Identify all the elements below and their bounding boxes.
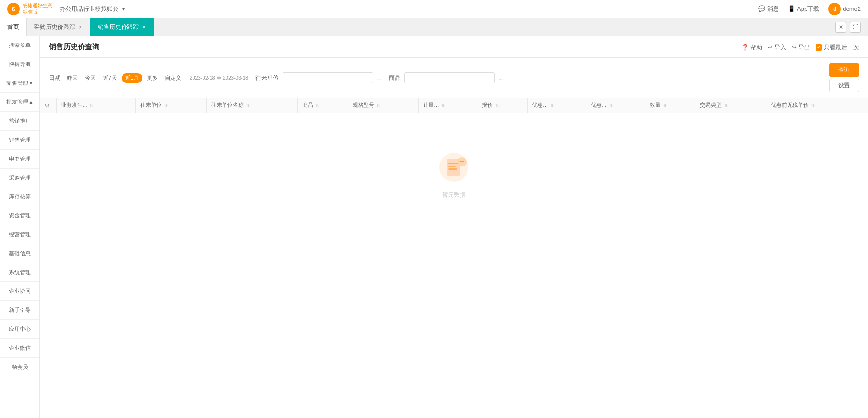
table-col-customer-name[interactable]: 往来单位名称 ⇅ [206, 98, 297, 113]
help-button[interactable]: ❓ 帮助 [741, 43, 762, 52]
tab-home-label: 首页 [7, 23, 19, 31]
app-icon: 📱 [788, 5, 795, 12]
sidebar-item-ecommerce[interactable]: 电商管理 [0, 150, 39, 169]
sidebar-item-wechat[interactable]: 企业微信 [0, 339, 39, 358]
sidebar-guide-label: 新手引导 [9, 307, 31, 313]
sidebar: 搜索菜单 快捷导航 零售管理 ▼ 批发管理 ▲ 营销推广 销售管理 电商管理 采… [0, 36, 40, 418]
logo-icon: 6 [7, 3, 20, 15]
tab-purchase-history[interactable]: 采购历史价跟踪 × [27, 18, 90, 36]
sidebar-item-basic-info[interactable]: 基础信息 [0, 244, 39, 263]
topbar-right: 💬 消息 📱 App下载 d demo2 [758, 3, 861, 15]
settings-button[interactable]: 设置 [829, 79, 859, 92]
export-label: 导出 [798, 43, 810, 52]
sidebar-item-finance[interactable]: 资金管理 [0, 206, 39, 225]
date-tab-more[interactable]: 更多 [144, 73, 160, 83]
sidebar-item-purchase-mgmt[interactable]: 采购管理 [0, 169, 39, 188]
table-settings-icon[interactable]: ⚙ [44, 102, 50, 109]
sort-arrows-pretax-price: ⇅ [811, 103, 815, 108]
sidebar-item-search-menu[interactable]: 搜索菜单 [0, 36, 39, 55]
tab-sales-history-close[interactable]: × [142, 23, 146, 31]
import-button[interactable]: ↩ 导入 [768, 43, 786, 52]
table-col-discount1[interactable]: 优惠... ⇅ [528, 98, 586, 113]
sidebar-item-operations[interactable]: 经营管理 [0, 225, 39, 244]
empty-state: 暂元数据 [40, 113, 868, 235]
sidebar-finance-label: 资金管理 [9, 212, 31, 218]
topbar: 6 畅捷通好生意 标准版 办公用品行业模拟账套 ▾ 💬 消息 📱 App下载 d… [0, 0, 868, 18]
sidebar-operations-label: 经营管理 [9, 231, 31, 238]
page-actions: ❓ 帮助 ↩ 导入 ↪ 导出 ✓ 只看最后一次 [741, 43, 859, 52]
sidebar-item-enterprise[interactable]: 企业协同 [0, 282, 39, 301]
sidebar-marketing-label: 营销推广 [9, 118, 31, 124]
username: demo2 [843, 5, 861, 12]
export-button[interactable]: ↪ 导出 [792, 43, 810, 52]
product-ellipsis[interactable]: ... [498, 75, 503, 81]
topbar-title: 办公用品行业模拟账套 [60, 5, 118, 13]
sidebar-item-guide[interactable]: 新手引导 [0, 301, 39, 320]
page-header-top: 销售历史价查询 ❓ 帮助 ↩ 导入 ↪ 导出 ✓ [49, 43, 859, 52]
sidebar-item-member[interactable]: 畅会员 [0, 358, 39, 377]
empty-icon [436, 149, 472, 185]
sidebar-item-quick-nav[interactable]: 快捷导航 [0, 55, 39, 74]
table-area: ⚙ 业务发生... ⇅ 往来单位 ⇅ 往来单位名称 ⇅ [40, 98, 868, 418]
date-range-text: 2023-02-18 至 2023-03-18 [189, 75, 248, 81]
date-tab-custom[interactable]: 自定义 [162, 73, 184, 83]
sidebar-item-system[interactable]: 系统管理 [0, 263, 39, 282]
sidebar-item-inventory[interactable]: 库存核算 [0, 187, 39, 206]
date-tab-last1m[interactable]: 近1月 [122, 73, 143, 83]
date-tab-yesterday[interactable]: 昨天 [64, 73, 80, 83]
table-col-product[interactable]: 商品 ⇅ [297, 98, 348, 113]
message-button[interactable]: 💬 消息 [758, 5, 779, 13]
topbar-dropdown-icon[interactable]: ▾ [122, 6, 125, 12]
sidebar-appcenter-label: 应用中心 [9, 326, 31, 332]
content-area: 销售历史价查询 ❓ 帮助 ↩ 导入 ↪ 导出 ✓ [40, 36, 868, 418]
table-col-unit[interactable]: 计量... ⇅ [419, 98, 477, 113]
tab-purchase-history-close[interactable]: × [78, 23, 83, 31]
sort-arrows-qty: ⇅ [663, 103, 667, 108]
customer-ellipsis[interactable]: ... [377, 75, 382, 81]
import-icon: ↩ [768, 44, 773, 51]
sidebar-sales-label: 销售管理 [9, 137, 31, 143]
tab-home[interactable]: 首页 [0, 18, 27, 36]
table-header-row: ⚙ 业务发生... ⇅ 往来单位 ⇅ 往来单位名称 ⇅ [40, 98, 868, 113]
sidebar-retail-label: 零售管理 [6, 80, 28, 87]
table-col-qty[interactable]: 数量 ⇅ [645, 98, 695, 113]
fullscreen-button[interactable]: ⛶ [850, 22, 861, 33]
sidebar-item-sales-mgmt[interactable]: 销售管理 [0, 131, 39, 150]
product-input[interactable] [404, 72, 495, 83]
date-tab-today[interactable]: 今天 [82, 73, 99, 83]
sidebar-item-wholesale-mgmt[interactable]: 批发管理 ▲ [0, 93, 39, 112]
table-col-spec[interactable]: 规格型号 ⇅ [348, 98, 419, 113]
table-col-settings[interactable]: ⚙ [40, 98, 56, 113]
table-col-price[interactable]: 报价 ⇅ [477, 98, 528, 113]
customer-input[interactable] [283, 72, 373, 83]
tab-sales-history[interactable]: 销售历史价跟踪 × [90, 18, 154, 36]
logo-area: 6 畅捷通好生意 标准版 [7, 3, 52, 15]
sort-arrows-spec: ⇅ [377, 103, 380, 108]
table-col-pretax-price[interactable]: 优惠前无税单价 ⇅ [766, 98, 868, 113]
import-label: 导入 [774, 43, 786, 52]
user-avatar-area[interactable]: d demo2 [828, 3, 861, 15]
table-col-trade-type[interactable]: 交易类型 ⇅ [695, 98, 766, 113]
app-download-button[interactable]: 📱 App下载 [788, 5, 819, 13]
sort-arrows-biz-date: ⇅ [90, 103, 93, 108]
fullscreen-icon: ⛶ [853, 24, 858, 30]
sidebar-system-label: 系统管理 [9, 269, 31, 276]
date-filter-group: 日期 昨天 今天 近7天 近1月 更多 自定义 2023-02-18 至 202… [49, 73, 248, 83]
only-last-checkbox[interactable]: ✓ 只看最后一次 [816, 43, 859, 52]
date-tab-last7[interactable]: 近7天 [100, 73, 120, 83]
sidebar-enterprise-label: 企业协同 [9, 288, 31, 294]
sidebar-purchase-label: 采购管理 [9, 175, 31, 181]
query-button[interactable]: 查询 [829, 63, 859, 77]
table-col-biz-date[interactable]: 业务发生... ⇅ [56, 98, 136, 113]
table-col-discount2[interactable]: 优惠... ⇅ [586, 98, 645, 113]
table-col-customer-code[interactable]: 往来单位 ⇅ [136, 98, 207, 113]
sidebar-wechat-label: 企业微信 [9, 345, 31, 351]
svg-rect-2 [448, 163, 458, 164]
filter-area: 日期 昨天 今天 近7天 近1月 更多 自定义 2023-02-18 至 202… [40, 58, 868, 98]
app-label: App下载 [797, 5, 819, 13]
sort-arrows-product: ⇅ [316, 103, 319, 108]
sidebar-item-app-center[interactable]: 应用中心 [0, 320, 39, 339]
close-all-tabs-button[interactable]: ✕ [835, 22, 846, 33]
sidebar-item-retail-mgmt[interactable]: 零售管理 ▼ [0, 74, 39, 93]
sidebar-item-marketing[interactable]: 营销推广 [0, 112, 39, 131]
